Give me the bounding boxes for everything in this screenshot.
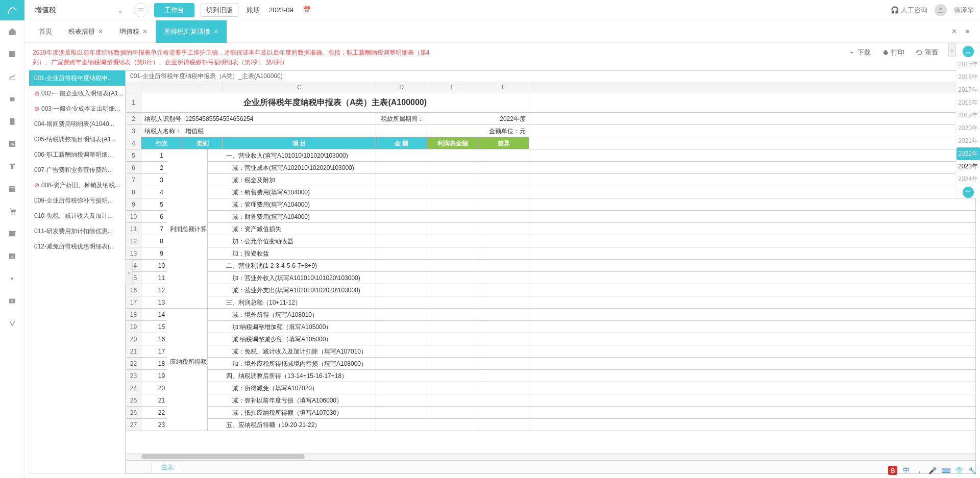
year-scroll-up-icon[interactable]: ︽ (963, 46, 974, 57)
pl-amount-cell[interactable] (427, 394, 478, 406)
amount-cell[interactable] (376, 186, 427, 198)
year-item[interactable]: 2022年 (957, 147, 980, 160)
pl-amount-cell[interactable] (427, 235, 478, 247)
amount-cell[interactable] (376, 394, 427, 406)
diff-cell[interactable] (478, 309, 529, 320)
nav-tax-icon[interactable] (0, 155, 24, 178)
year-item[interactable]: 2021年 (957, 135, 980, 147)
ime-punct-icon[interactable]: ， (915, 466, 924, 475)
amount-cell[interactable] (376, 309, 427, 320)
year-item[interactable]: 2017年 (957, 84, 980, 96)
diff-cell[interactable] (478, 198, 529, 210)
diff-cell[interactable] (478, 272, 529, 284)
download-button[interactable]: 下载 (848, 48, 871, 57)
forms-list-item[interactable]: 011-研发费用加计扣除优惠... (29, 223, 125, 239)
ime-logo-icon[interactable]: S (888, 466, 897, 475)
year-item[interactable]: 2015年 (957, 58, 980, 71)
amount-cell[interactable] (376, 358, 427, 369)
diff-cell[interactable] (478, 211, 529, 222)
reset-button[interactable]: 重置 (916, 48, 938, 57)
pl-amount-cell[interactable] (427, 309, 478, 320)
pl-amount-cell[interactable] (427, 162, 478, 173)
nav-cart-icon[interactable] (0, 200, 24, 222)
diff-cell[interactable] (478, 186, 529, 198)
amount-cell[interactable] (376, 260, 427, 271)
year-item[interactable]: 2019年 (957, 109, 980, 122)
year-item[interactable]: 2016年 (957, 71, 980, 84)
amount-cell[interactable] (376, 149, 427, 161)
diff-cell[interactable] (478, 296, 529, 308)
amount-cell[interactable] (376, 370, 427, 382)
nav-v-icon[interactable] (0, 312, 24, 335)
forms-list-item[interactable]: 006-职工薪酬纳税调整明细... (29, 147, 125, 162)
year-item[interactable]: 2023年 (957, 160, 980, 173)
diff-cell[interactable] (478, 407, 529, 418)
nav-money-icon[interactable] (0, 88, 24, 110)
amount-cell[interactable] (376, 321, 427, 333)
diff-cell[interactable] (478, 370, 529, 382)
diff-cell[interactable] (478, 223, 529, 235)
amount-cell[interactable] (376, 162, 427, 173)
grid-body[interactable]: 1企业所得税年度纳税申报表（A类）主表(A100000)2纳税人识别号：1255… (126, 92, 975, 453)
amount-cell[interactable] (376, 382, 427, 394)
forms-list-item[interactable]: 001-企业所得税年度纳税申... (29, 70, 125, 86)
sheet-tab[interactable]: 主表 (152, 462, 183, 473)
nav-gear-icon[interactable] (0, 267, 24, 290)
amount-cell[interactable] (376, 296, 427, 308)
pl-amount-cell[interactable] (427, 223, 478, 235)
amount-cell[interactable] (376, 198, 427, 210)
diff-cell[interactable] (478, 174, 529, 186)
list-icon-button[interactable] (134, 3, 148, 17)
amount-cell[interactable] (376, 419, 427, 431)
forms-list-item[interactable]: 004-期间费用明细表(A1040... (29, 116, 125, 132)
diff-cell[interactable] (478, 284, 529, 296)
year-item[interactable]: 2018年 (957, 96, 980, 109)
amount-cell[interactable] (376, 174, 427, 186)
close-window-icon[interactable]: ✕ (947, 25, 961, 38)
pl-amount-cell[interactable] (427, 382, 478, 394)
forms-list-item[interactable]: ⊘003-一般企业成本支出明细... (29, 101, 125, 116)
scrollbar-thumb[interactable] (141, 454, 305, 459)
pl-amount-cell[interactable] (427, 211, 478, 222)
pl-amount-cell[interactable] (427, 284, 478, 296)
pl-amount-cell[interactable] (427, 198, 478, 210)
ime-lang-icon[interactable]: 中 (901, 466, 911, 475)
print-button[interactable]: 打印 (882, 48, 904, 57)
pl-amount-cell[interactable] (427, 247, 478, 259)
amount-cell[interactable] (376, 235, 427, 247)
workbench-button[interactable]: 工作台 (154, 3, 194, 17)
diff-cell[interactable] (478, 382, 529, 394)
pl-amount-cell[interactable] (427, 260, 478, 271)
diff-cell[interactable] (478, 162, 529, 173)
tab-item[interactable]: 增值税✕ (111, 20, 156, 43)
calendar-icon[interactable]: 📅 (303, 6, 311, 14)
diff-cell[interactable] (478, 333, 529, 345)
pl-amount-cell[interactable] (427, 272, 478, 284)
avatar-icon[interactable] (935, 4, 947, 16)
diff-cell[interactable] (478, 394, 529, 406)
tab-item[interactable]: 税表清册✕ (60, 20, 111, 43)
forms-list-item[interactable]: ⊘008-资产折旧、摊销及纳税... (29, 178, 125, 193)
amount-cell[interactable] (376, 333, 427, 345)
diff-cell[interactable] (478, 247, 529, 259)
nav-home-icon[interactable] (0, 20, 24, 43)
org-selector[interactable]: 增值税 ⌄ (31, 6, 128, 15)
ime-tool-icon[interactable]: 🔧 (968, 466, 977, 475)
amount-cell[interactable] (376, 247, 427, 259)
ime-voice-icon[interactable]: 🎤 (928, 466, 937, 475)
year-item[interactable]: 2020年 (957, 122, 980, 135)
forms-list-item[interactable]: 007-广告费和业务宣传费跨... (29, 162, 125, 178)
collapse-left-icon[interactable]: ‹ (126, 261, 133, 285)
tab-item[interactable]: 首页 (31, 20, 60, 43)
pl-amount-cell[interactable] (427, 296, 478, 308)
close-icon[interactable]: ✕ (98, 28, 103, 35)
ime-skin-icon[interactable]: 👕 (954, 466, 964, 475)
forms-list-item[interactable]: 012-减免所得税优惠明细表(... (29, 239, 125, 254)
expand-right-icon[interactable]: › (948, 43, 955, 57)
diff-cell[interactable] (478, 345, 529, 357)
forms-list-item[interactable]: 009-企业所得税弥补亏损明... (29, 193, 125, 208)
nav-chart-icon[interactable] (0, 65, 24, 88)
amount-cell[interactable] (376, 345, 427, 357)
nav-archive-icon[interactable] (0, 222, 24, 245)
pl-amount-cell[interactable] (427, 407, 478, 418)
